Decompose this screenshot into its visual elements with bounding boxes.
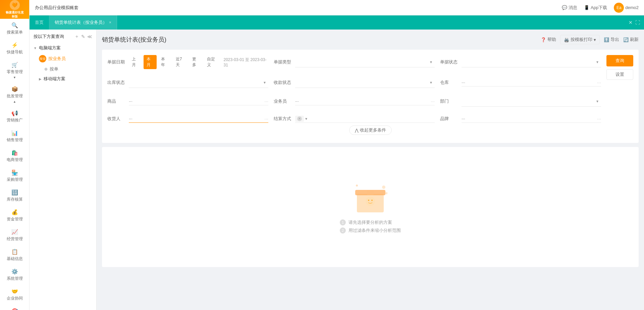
filter-warehouse-field: 仓库 [440, 79, 601, 87]
receiptstatus-select[interactable] [295, 77, 435, 88]
sidebar-item-wholesale[interactable]: 📦 批发管理 ▲ [0, 83, 30, 107]
main-wrap: 办公用品行业模拟账套 💬 消息 📱 App下载 Ea demo2 首页 销货单统… [30, 0, 644, 310]
active-dot-icon: 按业 [39, 55, 46, 62]
sidebar-item-search[interactable]: 🔍 搜索菜单 [0, 19, 30, 39]
sidebar-item-sales[interactable]: 📊 销售管理 [0, 126, 30, 146]
consignee-label: 收货人 [107, 116, 126, 122]
add-scheme-button[interactable]: ＋ [74, 34, 79, 40]
print-action[interactable]: 🖨️ 按模板打印 ▾ [560, 35, 600, 44]
settlement-tag-close[interactable]: × [297, 116, 302, 121]
help-action[interactable]: ❓ 帮助 [541, 37, 556, 43]
tab-home[interactable]: 首页 [30, 15, 49, 30]
sidebar-item-quick[interactable]: ⚡ 快捷导航 [0, 39, 30, 58]
consignee-input-wrapper [129, 115, 268, 123]
svg-point-8 [371, 200, 373, 201]
svg-point-3 [382, 186, 385, 189]
consignee-input[interactable] [129, 115, 264, 122]
warehouse-input[interactable] [462, 79, 597, 86]
filter-row-4: 收货人 结算方式 [107, 115, 601, 123]
sidebar-item-system[interactable]: ⚙️ 系统管理 [0, 265, 30, 285]
avatar: Ea [614, 3, 624, 13]
help-label: 帮助 [547, 37, 556, 43]
logo-text: 畅捷通好生意 [6, 11, 24, 14]
tab-close-button[interactable]: ✕ [629, 20, 633, 25]
warehouse-ellipsis[interactable] [597, 80, 601, 85]
logo-icon: 🧡 [10, 0, 20, 10]
sidebar-item-enterprise[interactable]: 🤝 企业协同 [0, 285, 30, 305]
filter-docstatus-field: 单据状态 [440, 57, 601, 67]
tab-close-icon[interactable]: × [109, 20, 111, 25]
settings-button[interactable]: 设置 [606, 69, 633, 80]
refresh-action[interactable]: 🔄 刷新 [623, 37, 639, 43]
user-profile-action[interactable]: Ea demo2 [614, 3, 639, 13]
filter-goods-field: 商品 [107, 97, 268, 105]
date-tab-7days[interactable]: 近7天 [173, 55, 188, 69]
help-icon: ❓ [541, 37, 546, 42]
docstatus-arrow [596, 60, 598, 64]
tree-group-desktop[interactable]: ▼ 电脑端方案 [30, 43, 96, 53]
query-button[interactable]: 查询 [606, 55, 633, 66]
date-tab-more[interactable]: 更多 [189, 55, 203, 69]
date-tab-custom[interactable]: 自定义 [204, 55, 221, 69]
refresh-label: 刷新 [630, 37, 639, 43]
date-tab-thisyear[interactable]: 本年 [158, 55, 171, 69]
export-action[interactable]: ⬆️ 导出 [604, 37, 619, 43]
settlement-arrow[interactable] [305, 116, 307, 121]
doctype-label: 单据类型 [274, 59, 292, 65]
sidebar: 🧡 畅捷通好生意 标版 🔍 搜索菜单 ⚡ 快捷导航 🛒 零售管理 ▼ 📦 批发管… [0, 0, 30, 310]
goods-input[interactable] [129, 97, 264, 105]
date-tab-lastmonth[interactable]: 上月 [129, 55, 142, 69]
brand-input[interactable] [462, 115, 597, 122]
dept-select[interactable] [462, 96, 601, 107]
purchase-icon: 🏪 [11, 169, 18, 176]
outstatus-arrow [264, 80, 266, 85]
wholesale-expand-icon: ▲ [13, 100, 16, 103]
sidebar-item-ecommerce[interactable]: 🛍️ 电商管理 [0, 146, 30, 166]
message-action[interactable]: 💬 消息 [562, 5, 577, 11]
sidebar-item-operations[interactable]: 📈 经营管理 [0, 225, 30, 245]
svg-point-7 [368, 200, 369, 201]
collapse-panel-button[interactable]: ≪ [87, 34, 92, 39]
sidebar-item-purchase[interactable]: 🏪 采购管理 [0, 166, 30, 186]
docstatus-label: 单据状态 [440, 59, 459, 65]
consignee-ellipsis[interactable] [264, 116, 268, 121]
empty-svg [350, 180, 390, 214]
print-chevron: ▾ [594, 37, 596, 42]
tab-bar: 首页 销货单统计表（按业务员） × ✕ ⛶ [30, 15, 644, 30]
docstatus-select[interactable] [462, 57, 601, 67]
filter-consignee-field: 收货人 [107, 115, 268, 123]
sidebar-item-marketing[interactable]: 📢 营销推广 [0, 107, 30, 126]
sidebar-item-operations-label: 经营管理 [7, 236, 23, 242]
tree-group-mobile[interactable]: ▶ 移动端方案 [30, 74, 96, 84]
tree-arrow-mobile: ▶ [39, 77, 42, 81]
doctype-select[interactable] [295, 57, 435, 67]
sidebar-item-retail[interactable]: 🛒 零售管理 ▼ [0, 58, 30, 83]
sidebar-item-basic-label: 基础信息 [7, 256, 23, 262]
tab-fullscreen-button[interactable]: ⛶ [635, 20, 640, 25]
page-content: 按以下方案查询 ＋ ✎ ≪ ▼ 电脑端方案 按业 按业务员 [30, 30, 644, 310]
salesperson-input[interactable] [295, 97, 431, 105]
collapse-button[interactable]: ⋀ 收起更多条件 [349, 125, 392, 135]
sidebar-item-finance[interactable]: 💰 资金管理 [0, 206, 30, 225]
tab-active[interactable]: 销货单统计表（按业务员） × [49, 15, 117, 30]
sidebar-item-basic[interactable]: 📋 基础信息 [0, 245, 30, 265]
sidebar-item-newuser[interactable]: 🎯 新手引导 [0, 305, 30, 310]
receiptstatus-label: 收款状态 [274, 80, 292, 86]
goods-ellipsis[interactable] [264, 99, 268, 104]
export-label: 导出 [610, 37, 619, 43]
sidebar-item-inventory[interactable]: 🔢 库存核算 [0, 186, 30, 206]
app-logo: 🧡 畅捷通好生意 标版 [0, 0, 30, 19]
date-tab-thismonth[interactable]: 本月 [144, 55, 157, 69]
filter-dept-field: 部门 [440, 96, 601, 107]
outstatus-select[interactable] [129, 77, 268, 88]
app-download-action[interactable]: 📱 App下载 [584, 5, 607, 11]
salesperson-ellipsis[interactable] [431, 99, 435, 104]
tree-sub-by-doc[interactable]: ⊕ 按单 [30, 64, 96, 74]
settlement-tag: × [295, 116, 304, 122]
sidebar-item-ecommerce-label: 电商管理 [7, 157, 23, 163]
doctype-arrow [430, 60, 432, 64]
edit-scheme-button[interactable]: ✎ [81, 34, 85, 39]
tree-child-salesperson[interactable]: 按业 按业务员 [30, 53, 96, 64]
brand-ellipsis[interactable] [597, 116, 601, 121]
download-icon: 📱 [584, 5, 589, 10]
